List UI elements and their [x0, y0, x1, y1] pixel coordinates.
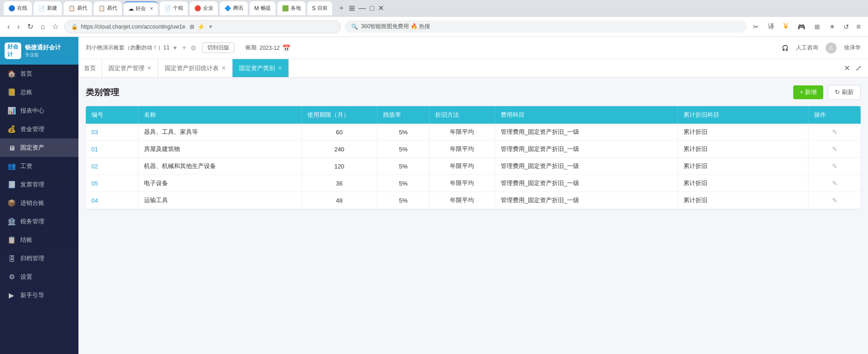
- th-ops: 操作: [808, 106, 861, 124]
- sidebar-item-payroll[interactable]: 👥 工资: [0, 157, 78, 175]
- calendar-icon[interactable]: 📅: [282, 44, 290, 52]
- sidebar-item-settlement[interactable]: 📋 结账: [0, 231, 78, 249]
- period-info: 账期 2023-12 📅: [245, 44, 290, 52]
- cell-name-2: 机器、机械和其他生产设备: [138, 158, 301, 175]
- browser-tab-9[interactable]: M 畅提: [250, 1, 275, 15]
- close-window-btn[interactable]: ✕: [378, 4, 384, 12]
- tab-close-5[interactable]: ✕: [150, 6, 153, 11]
- cell-ops-2: ✎: [808, 158, 861, 175]
- menu-icon[interactable]: ≡: [855, 23, 862, 31]
- cell-code-4: 04: [86, 192, 138, 209]
- edit-btn-3[interactable]: ✎: [832, 180, 838, 187]
- logo-title: 畅捷通好会计: [25, 43, 61, 52]
- forward-btn[interactable]: ›: [15, 21, 21, 33]
- browser-tab-4[interactable]: 📋 易代: [94, 1, 122, 15]
- browser-tab-5[interactable]: ☁ 好会 ✕: [124, 1, 158, 15]
- grid-icon[interactable]: ⊞: [812, 23, 823, 30]
- sidebar-item-archive[interactable]: 🗄 归档管理: [0, 249, 78, 268]
- code-link-2[interactable]: 02: [91, 163, 98, 170]
- edit-btn-1[interactable]: ✎: [832, 145, 838, 153]
- cell-accum-3: 累计折旧: [678, 175, 808, 192]
- tab-depreciation-close[interactable]: ✕: [221, 65, 226, 71]
- translate-icon[interactable]: 译: [765, 23, 777, 31]
- table-row: 04 运输工具 48 5% 年限平均 管理费用_固定资产折旧_一级 累计折旧 ✎: [86, 192, 861, 209]
- tab-category-label: 固定资产类别: [239, 64, 275, 72]
- cell-period-2: 120: [301, 158, 377, 175]
- maximize-btn[interactable]: □: [370, 4, 374, 12]
- home-icon: 🏠: [7, 70, 16, 78]
- tab-category-close[interactable]: ✕: [278, 65, 282, 71]
- dropdown-icon[interactable]: ▼: [172, 45, 178, 51]
- back-btn[interactable]: ‹: [6, 21, 12, 33]
- tab-home[interactable]: 首页: [78, 59, 102, 77]
- code-link-0[interactable]: 03: [91, 129, 98, 136]
- cell-expense-3: 管理费用_固定资产折旧_一级: [495, 175, 677, 192]
- undo-icon[interactable]: ↺: [842, 23, 851, 30]
- browser-tab-11[interactable]: S 目前: [307, 1, 332, 15]
- th-method: 折旧方法: [430, 106, 495, 124]
- edit-btn-0[interactable]: ✎: [832, 128, 838, 136]
- tab-fixed-mgr[interactable]: 固定资产管理 ✕: [102, 59, 158, 77]
- code-link-3[interactable]: 05: [91, 180, 98, 187]
- tab-depreciation[interactable]: 固定资产折旧统计表 ✕: [158, 59, 233, 77]
- search-bar[interactable]: 🔍 360智能抠图免费用 🔥 热搜: [345, 20, 746, 33]
- home-btn[interactable]: ⌂: [39, 21, 47, 33]
- consult-label[interactable]: 人工咨询: [796, 44, 818, 52]
- url-text: https://cloud.chanjet.com/accounting/uw1…: [81, 24, 185, 30]
- sidebar-item-home[interactable]: 🏠 首页: [0, 65, 78, 83]
- sidebar-item-ledger[interactable]: 📒 总账: [0, 83, 78, 102]
- browser-tab-2[interactable]: 📄 新建: [34, 1, 62, 15]
- brightness-icon[interactable]: ☀: [826, 23, 838, 30]
- payroll-icon: 👥: [7, 162, 16, 170]
- sidebar-item-settings[interactable]: ⚙ 设置: [0, 268, 78, 286]
- cell-rate-0: 5%: [377, 124, 429, 141]
- game-icon[interactable]: 🎮: [795, 23, 808, 30]
- switch-version-btn[interactable]: 切到旧版: [202, 42, 234, 53]
- sidebar-item-fixed[interactable]: 🖥 固定资产: [0, 138, 78, 157]
- edit-btn-2[interactable]: ✎: [832, 162, 838, 170]
- invoice-icon: 🧾: [7, 180, 16, 189]
- sidebar-item-reports[interactable]: 📊 报表中心: [0, 102, 78, 120]
- browser-tab-6[interactable]: 📄 个税: [160, 1, 188, 15]
- tab-list-btn[interactable]: ⊞: [349, 4, 355, 12]
- url-bar[interactable]: 🔒 https://cloud.chanjet.com/accounting/u…: [64, 20, 341, 33]
- tab-category[interactable]: 固定资产类别 ✕: [233, 59, 289, 77]
- edit-btn-4[interactable]: ✎: [832, 197, 838, 204]
- cell-method-4: 年限平均: [430, 192, 495, 209]
- reports-icon: 📊: [7, 107, 16, 115]
- table-header: 编号 名称 使用期限（月） 残值率 折旧方法 费用科目 累计折旧科目 操作: [86, 106, 861, 124]
- refresh-btn[interactable]: ↻ 刷新: [828, 85, 861, 100]
- sidebar-item-inventory[interactable]: 📦 进销台账: [0, 194, 78, 212]
- sidebar-item-invoice[interactable]: 🧾 发票管理: [0, 175, 78, 194]
- code-link-1[interactable]: 01: [91, 146, 98, 153]
- scissors-icon[interactable]: ✂: [750, 23, 761, 30]
- browser-tab-1[interactable]: 🔵 在线: [4, 1, 32, 15]
- bookmark-btn[interactable]: ☆: [50, 20, 60, 33]
- minimize-btn[interactable]: —: [359, 4, 366, 12]
- new-tab-btn[interactable]: ＋: [338, 3, 345, 13]
- cell-expense-0: 管理费用_固定资产折旧_一级: [495, 124, 677, 141]
- th-rate: 残值率: [377, 106, 429, 124]
- sidebar-item-guide[interactable]: ▶ 新手引导: [0, 286, 78, 305]
- sidebar-item-tax[interactable]: 🏦 税务管理: [0, 212, 78, 231]
- cell-name-0: 器具、工具、家具等: [138, 124, 301, 141]
- close-all-btn[interactable]: ✕: [843, 63, 851, 73]
- add-account-btn[interactable]: ＋: [180, 43, 188, 53]
- browser-tab-8[interactable]: 🔷 腾讯: [220, 1, 248, 15]
- tab-fixed-mgr-close[interactable]: ✕: [147, 65, 151, 71]
- sidebar-label-settings: 设置: [20, 273, 32, 281]
- code-link-4[interactable]: 04: [91, 197, 98, 204]
- browser-tab-10[interactable]: 🟩 各地: [277, 1, 305, 15]
- add-btn[interactable]: + 新增: [793, 85, 823, 99]
- expand-btn[interactable]: ⤢: [855, 63, 862, 73]
- settings-btn-topbar[interactable]: ⚙: [191, 44, 197, 52]
- browser-tab-7[interactable]: 🔴 企业: [190, 1, 218, 15]
- cell-method-0: 年限平均: [430, 124, 495, 141]
- archive-icon: 🗄: [7, 254, 16, 263]
- sidebar: 好会计 畅捷通好会计 专业版 🏠 首页 📒 总账 📊 报表中心 💰 资金管理 🖥…: [0, 37, 78, 354]
- browser-tab-3[interactable]: 📋 易代: [64, 1, 92, 15]
- reload-btn[interactable]: ↻: [25, 20, 35, 33]
- settings-icon: ⚙: [7, 273, 16, 281]
- sidebar-item-finance[interactable]: 💰 资金管理: [0, 120, 78, 138]
- coin-icon[interactable]: ¥: [781, 22, 791, 31]
